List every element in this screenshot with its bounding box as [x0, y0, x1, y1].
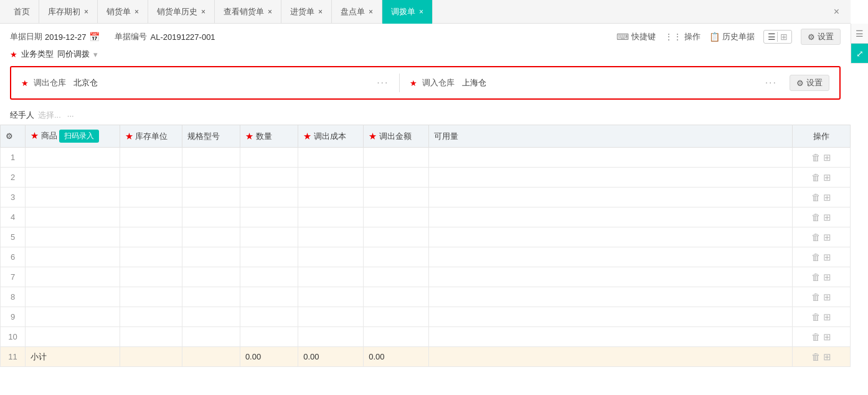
settings-btn[interactable]: ⚙ 设置 — [801, 29, 841, 45]
tab-transfer[interactable]: 调拨单 × — [382, 0, 433, 24]
delete-icon-1[interactable]: 🗑 — [811, 152, 821, 163]
in-warehouse-more-btn[interactable]: ··· — [765, 77, 777, 88]
row-cost-11[interactable]: 0.00 — [298, 347, 364, 367]
row-amount-10[interactable] — [364, 327, 429, 347]
row-product-8[interactable] — [26, 287, 120, 307]
handler-input[interactable]: 选择... — [38, 110, 61, 121]
delete-icon-8[interactable]: 🗑 — [811, 292, 821, 302]
calendar-icon[interactable]: 📅 — [89, 32, 100, 42]
row-amount-4[interactable] — [364, 207, 429, 227]
row-product-4[interactable] — [26, 207, 120, 227]
tab-close-transfer[interactable]: × — [419, 7, 423, 16]
row-cost-1[interactable] — [298, 148, 364, 168]
delete-icon-10[interactable]: 🗑 — [811, 331, 821, 342]
row-qty-5[interactable] — [240, 227, 298, 247]
row-amount-9[interactable] — [364, 307, 429, 327]
warehouse-settings-btn[interactable]: ⚙ 设置 — [790, 75, 829, 91]
tab-close-purchase[interactable]: × — [318, 7, 323, 16]
row-amount-6[interactable] — [364, 247, 429, 267]
row-amount-2[interactable] — [364, 168, 429, 188]
row-qty-8[interactable] — [240, 287, 298, 307]
row-qty-11[interactable]: 0.00 — [240, 347, 298, 367]
delete-icon-6[interactable]: 🗑 — [811, 252, 821, 262]
row-qty-3[interactable] — [240, 188, 298, 207]
tab-inventory-init[interactable]: 库存期初 × — [39, 0, 98, 24]
row-qty-7[interactable] — [240, 267, 298, 287]
delete-icon-4[interactable]: 🗑 — [811, 212, 821, 222]
tab-sales-order[interactable]: 销货单 × — [98, 0, 148, 24]
row-amount-8[interactable] — [364, 287, 429, 307]
delete-icon-3[interactable]: 🗑 — [811, 192, 821, 202]
copy-icon-6[interactable]: ⊞ — [823, 252, 831, 262]
row-amount-7[interactable] — [364, 267, 429, 287]
row-product-7[interactable] — [26, 267, 120, 287]
row-cost-8[interactable] — [298, 287, 364, 307]
tab-sales-history[interactable]: 销货单历史 × — [148, 0, 215, 24]
row-amount-3[interactable] — [364, 188, 429, 207]
out-warehouse-more-btn[interactable]: ··· — [377, 77, 389, 88]
col-gear[interactable]: ⚙ — [1, 125, 26, 148]
copy-icon-8[interactable]: ⊞ — [823, 292, 831, 302]
row-product-5[interactable] — [26, 227, 120, 247]
copy-icon-10[interactable]: ⊞ — [823, 331, 831, 342]
copy-icon-11[interactable]: ⊞ — [823, 351, 831, 362]
row-cost-2[interactable] — [298, 168, 364, 188]
history-btn[interactable]: 📋 历史单据 — [709, 31, 755, 42]
tab-home[interactable]: 首页 — [5, 0, 39, 24]
delete-icon-2[interactable]: 🗑 — [811, 172, 821, 183]
row-product-2[interactable] — [26, 168, 120, 188]
row-cost-6[interactable] — [298, 247, 364, 267]
copy-icon-4[interactable]: ⊞ — [823, 212, 831, 222]
tab-close-inventory[interactable]: × — [369, 7, 373, 16]
row-product-1[interactable] — [26, 148, 120, 168]
scan-btn[interactable]: 扫码录入 — [59, 130, 99, 143]
row-product-10[interactable] — [26, 327, 120, 347]
shortcuts-btn[interactable]: ⌨ 快捷键 — [616, 31, 656, 42]
tab-close-sales-history[interactable]: × — [201, 7, 205, 16]
row-qty-6[interactable] — [240, 247, 298, 267]
row-amount-5[interactable] — [364, 227, 429, 247]
copy-icon-3[interactable]: ⊞ — [823, 192, 831, 202]
tab-bar-close[interactable]: × — [828, 6, 846, 17]
tab-close-sales-order[interactable]: × — [134, 7, 139, 16]
layout-toggle[interactable]: ☰ ⊞ — [763, 30, 792, 44]
row-cost-10[interactable] — [298, 327, 364, 347]
row-cost-4[interactable] — [298, 207, 364, 227]
copy-icon-1[interactable]: ⊞ — [823, 152, 831, 163]
row-product-3[interactable] — [26, 188, 120, 207]
copy-icon-7[interactable]: ⊞ — [823, 272, 831, 282]
row-qty-4[interactable] — [240, 207, 298, 227]
sidebar-list-icon[interactable]: ☰ — [851, 24, 869, 44]
copy-icon-2[interactable]: ⊞ — [823, 172, 831, 183]
delete-icon-9[interactable]: 🗑 — [811, 312, 821, 322]
row-qty-1[interactable] — [240, 148, 298, 168]
row-amount-1[interactable] — [364, 148, 429, 168]
row-qty-9[interactable] — [240, 307, 298, 327]
row-cost-9[interactable] — [298, 307, 364, 327]
delete-icon-5[interactable]: 🗑 — [811, 232, 821, 242]
row-product-9[interactable] — [26, 307, 120, 327]
tab-close-check-sales[interactable]: × — [268, 7, 272, 16]
sidebar-expand-icon[interactable]: ⤢ — [851, 44, 869, 64]
row-spec-11 — [182, 347, 240, 367]
row-product-11[interactable]: 小计 — [26, 347, 120, 367]
row-cost-7[interactable] — [298, 267, 364, 287]
delete-icon-11[interactable]: 🗑 — [811, 351, 821, 362]
row-amount-11[interactable]: 0.00 — [364, 347, 429, 367]
biz-select[interactable]: 同价调拨 ▾ — [57, 49, 98, 60]
row-op-1: 🗑⊞ — [792, 148, 850, 168]
row-product-6[interactable] — [26, 247, 120, 267]
row-cost-5[interactable] — [298, 227, 364, 247]
operations-btn[interactable]: ⋮⋮ 操作 — [664, 31, 701, 42]
copy-icon-5[interactable]: ⊞ — [823, 232, 831, 242]
row-cost-3[interactable] — [298, 188, 364, 207]
row-qty-10[interactable] — [240, 327, 298, 347]
tab-purchase[interactable]: 进货单 × — [281, 0, 332, 24]
tab-inventory[interactable]: 盘点单 × — [332, 0, 382, 24]
delete-icon-7[interactable]: 🗑 — [811, 272, 821, 282]
copy-icon-9[interactable]: ⊞ — [823, 312, 831, 322]
row-qty-2[interactable] — [240, 168, 298, 188]
tab-check-sales[interactable]: 查看销货单 × — [215, 0, 281, 24]
handler-more-btn[interactable]: ··· — [67, 111, 74, 120]
tab-close-inventory-init[interactable]: × — [84, 7, 88, 16]
